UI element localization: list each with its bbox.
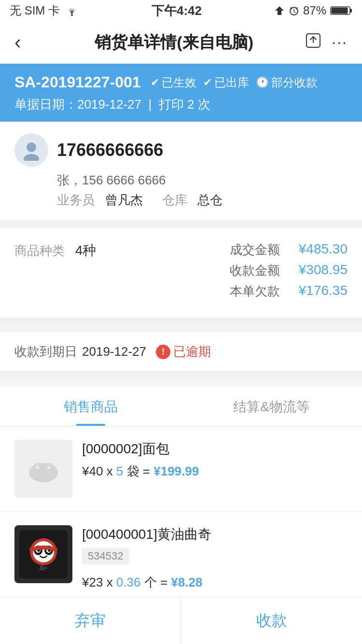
more-icon[interactable]: ··· xyxy=(332,33,348,51)
customer-phone: 17666666666 xyxy=(57,140,163,160)
order-header: SA-20191227-001 ✔ 已生效 ✔ 已出库 🕐 部分收款 单据日期：… xyxy=(0,64,362,122)
product-price-2: ¥23 x 0.36 个 = ¥8.28 xyxy=(82,574,348,591)
product-price-1: ¥40 x 5 袋 = ¥199.99 xyxy=(82,463,348,480)
badge-partial: 🕐 部分收款 xyxy=(256,75,318,90)
due-section: 收款到期日 2019-12-27 ! 已逾期 xyxy=(0,333,362,371)
summary-section: 商品种类 4种 成交金额 ¥485.30 收款金额 ¥308.95 本单欠款 ¥… xyxy=(0,228,362,317)
received-value: ¥308.95 xyxy=(290,262,348,279)
share-icon[interactable] xyxy=(305,32,322,53)
divider-2 xyxy=(0,317,362,325)
status-bar: 无 SIM 卡 下午4:42 87% xyxy=(0,0,362,21)
product-item-2: 品+ [000400001]黄油曲奇 534532 ¥23 x 0.36 个 =… xyxy=(0,512,362,605)
order-id: SA-20191227-001 xyxy=(14,73,141,91)
customer-name: 张，156 6666 6666 xyxy=(57,172,348,189)
nav-bar: ‹ 销货单详情(来自电脑) ··· xyxy=(0,21,362,64)
status-right: 87% xyxy=(274,4,352,17)
product-image-2: 品+ xyxy=(14,525,72,583)
alarm-icon xyxy=(289,5,299,16)
overdue-icon: ! xyxy=(156,345,170,359)
cancel-button[interactable]: 弃审 xyxy=(0,597,181,644)
tab-products[interactable]: 销售商品 xyxy=(0,386,181,426)
bottom-bar: 弃审 收款 xyxy=(0,597,362,644)
battery-text: 87% xyxy=(303,4,326,17)
divider-3 xyxy=(0,371,362,378)
debt-label: 本单欠款 xyxy=(230,283,280,300)
product-list: [0000002]面包 ¥40 x 5 袋 = ¥199.99 xyxy=(0,426,362,605)
deal-amount-label: 成交金额 xyxy=(230,241,280,258)
overdue-badge: ! 已逾期 xyxy=(156,343,211,360)
svg-point-8 xyxy=(29,463,58,482)
svg-point-13 xyxy=(37,465,39,467)
due-date-value: 2019-12-27 xyxy=(82,344,146,359)
customer-meta: 业务员 曾凡杰 仓库 总仓 xyxy=(57,192,348,209)
svg-point-6 xyxy=(27,142,36,152)
location-icon xyxy=(274,5,285,16)
warehouse-value: 总仓 xyxy=(197,193,223,207)
svg-point-14 xyxy=(49,465,51,467)
wifi-icon xyxy=(65,5,79,16)
nav-actions: ··· xyxy=(305,32,348,53)
svg-point-0 xyxy=(71,14,73,16)
warehouse-label: 仓库 xyxy=(162,193,187,207)
product-name-1: [0000002]面包 xyxy=(82,440,348,458)
product-type-row: 商品种类 4种 xyxy=(14,241,96,260)
status-time: 下午4:42 xyxy=(152,2,202,19)
tabs-section: 销售商品 结算&物流等 xyxy=(0,386,362,426)
signal-text: 无 SIM 卡 xyxy=(10,3,60,18)
bread-image-placeholder xyxy=(24,449,63,488)
received-label: 收款金额 xyxy=(230,262,280,279)
product-info-1: [0000002]面包 ¥40 x 5 袋 = ¥199.99 xyxy=(82,440,348,480)
badge-shipped: ✔ 已出库 xyxy=(203,75,249,90)
product-item: [0000002]面包 ¥40 x 5 袋 = ¥199.99 xyxy=(0,426,362,512)
overdue-text: 已逾期 xyxy=(173,343,211,360)
product-name-2: [000400001]黄油曲奇 xyxy=(82,525,348,544)
status-left: 无 SIM 卡 xyxy=(10,3,79,18)
svg-text:品+: 品+ xyxy=(40,565,47,571)
page-title: 销货单详情(来自电脑) xyxy=(95,31,253,54)
due-label: 收款到期日 xyxy=(14,343,77,360)
amount-summary: 成交金额 ¥485.30 收款金额 ¥308.95 本单欠款 ¥176.35 xyxy=(230,241,348,304)
product-info-2: [000400001]黄油曲奇 534532 ¥23 x 0.36 个 = ¥8… xyxy=(82,525,348,591)
confirm-button[interactable]: 收款 xyxy=(181,597,362,644)
tabs: 销售商品 结算&物流等 xyxy=(0,386,362,426)
order-date: 单据日期：2019-12-27 | 打印 2 次 xyxy=(14,96,348,113)
salesperson-value: 曾凡杰 xyxy=(105,193,143,207)
deal-amount-value: ¥485.30 xyxy=(290,241,348,258)
customer-section: 17666666666 张，156 6666 6666 业务员 曾凡杰 仓库 总… xyxy=(0,122,362,220)
back-button[interactable]: ‹ xyxy=(14,31,43,53)
battery-icon xyxy=(330,5,352,16)
svg-point-7 xyxy=(24,154,39,161)
divider-1 xyxy=(0,220,362,228)
product-image-1 xyxy=(14,440,72,498)
avatar xyxy=(14,133,48,167)
product-sku-2: 534532 xyxy=(82,548,129,564)
tab-settlement[interactable]: 结算&物流等 xyxy=(181,386,362,426)
debt-value: ¥176.35 xyxy=(290,283,348,300)
svg-rect-4 xyxy=(331,8,348,14)
badge-effective: ✔ 已生效 xyxy=(151,75,196,90)
salesperson-label: 业务员 xyxy=(57,193,95,207)
svg-rect-3 xyxy=(350,9,352,13)
cookie-image: 品+ xyxy=(19,530,68,578)
